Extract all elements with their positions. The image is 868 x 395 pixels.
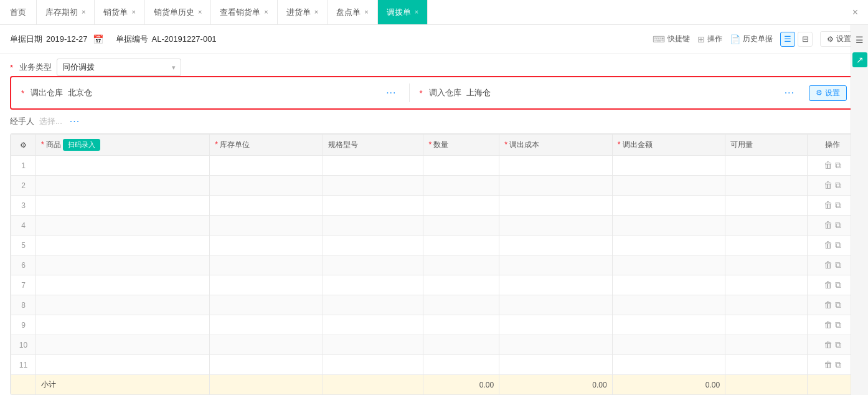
gear-icon[interactable]: ⚙ (20, 141, 27, 150)
tab-close-transfer[interactable]: × (415, 9, 418, 16)
out-warehouse-value: 北京仓 (68, 87, 92, 98)
delete-icon-2[interactable]: 🗑 (824, 180, 833, 190)
product-cell-8[interactable] (36, 295, 210, 315)
doc-no-value: AL-20191227-001 (152, 34, 217, 44)
spec-cell-11 (323, 355, 423, 375)
tab-close-view-sales[interactable]: × (264, 9, 268, 16)
col-gear: ⚙ (11, 135, 36, 156)
copy-icon-2[interactable]: ⧉ (835, 180, 841, 190)
tab-sales-order[interactable]: 销货单 × (95, 0, 144, 24)
tab-inventory-check[interactable]: 盘点单 × (328, 0, 377, 24)
product-cell-3[interactable] (36, 196, 210, 216)
col-action: 操作 (808, 135, 857, 156)
available-cell-11 (725, 355, 808, 375)
form-header-left: 单据日期 2019-12-27 📅 单据编号 AL-20191227-001 (10, 34, 217, 45)
row-num-6: 6 (11, 255, 36, 275)
form-header: 单据日期 2019-12-27 📅 单据编号 AL-20191227-001 ⌨… (0, 25, 868, 54)
window-close-button[interactable]: × (847, 4, 863, 21)
table-row: 5🗑⧉ (11, 236, 857, 255)
action-col-3: 🗑⧉ (808, 196, 857, 216)
tab-close-inventory-init[interactable]: × (82, 9, 85, 16)
delete-icon-10[interactable]: 🗑 (824, 340, 833, 350)
business-type-select[interactable]: 同价调拨 ▾ (57, 59, 181, 76)
required-mark-in: * (420, 88, 423, 98)
tab-home[interactable]: 首页 (0, 0, 37, 24)
calendar-icon[interactable]: 📅 (93, 34, 103, 44)
delete-icon-4[interactable]: 🗑 (824, 220, 833, 230)
action-col-2: 🗑⧉ (808, 176, 857, 196)
amount-cell-7 (612, 275, 725, 295)
product-cell-4[interactable] (36, 216, 210, 236)
handler-dots-button[interactable]: ··· (67, 116, 82, 127)
product-cell-1[interactable] (36, 156, 210, 176)
row-num-10: 10 (11, 335, 36, 355)
tab-view-sales[interactable]: 查看销货单 × (211, 0, 277, 24)
copy-icon-7[interactable]: ⧉ (835, 280, 841, 290)
delete-icon-7[interactable]: 🗑 (824, 280, 833, 290)
sidebar-export-icon[interactable]: ↗ (852, 52, 867, 67)
delete-icon-9[interactable]: 🗑 (824, 320, 833, 330)
in-warehouse-dots-button[interactable]: ··· (782, 87, 797, 98)
tab-transfer[interactable]: 调拨单 × (378, 0, 428, 24)
layout-list-icon[interactable]: ☰ (780, 32, 795, 47)
product-cell-7[interactable] (36, 275, 210, 295)
unit-cell-11 (210, 355, 323, 375)
scan-button[interactable]: 扫码录入 (63, 139, 100, 151)
tab-close-inventory-check[interactable]: × (364, 9, 368, 16)
product-cell-5[interactable] (36, 236, 210, 255)
copy-icon-10[interactable]: ⧉ (835, 340, 841, 350)
spec-cell-2 (323, 176, 423, 196)
available-cell-4 (725, 216, 808, 236)
subtotal-action-col (808, 375, 857, 395)
out-warehouse-dots-button[interactable]: ··· (384, 87, 399, 98)
handler-input[interactable]: 选择... (39, 116, 62, 127)
copy-icon-5[interactable]: ⧉ (835, 240, 841, 250)
product-cell-2[interactable] (36, 176, 210, 196)
history-icon: 📄 (730, 34, 740, 44)
copy-icon-11[interactable]: ⧉ (835, 359, 841, 369)
delete-icon-1[interactable]: 🗑 (824, 160, 833, 170)
business-type-row: * 业务类型 同价调拨 ▾ (0, 54, 868, 76)
doc-no-label: 单据编号 (116, 34, 148, 45)
unit-cell-2 (210, 176, 323, 196)
action-col-5: 🗑⧉ (808, 236, 857, 255)
sidebar-list-icon[interactable]: ☰ (852, 32, 867, 47)
tab-sales-history[interactable]: 销货单历史 × (145, 0, 211, 24)
row-num-11: 11 (11, 355, 36, 375)
product-cell-10[interactable] (36, 335, 210, 355)
amount-cell-9 (612, 315, 725, 335)
delete-icon-11[interactable]: 🗑 (824, 359, 833, 369)
copy-icon-8[interactable]: ⧉ (835, 300, 841, 310)
copy-icon-3[interactable]: ⧉ (835, 200, 841, 210)
delete-icon-5[interactable]: 🗑 (824, 240, 833, 250)
copy-icon-9[interactable]: ⧉ (835, 320, 841, 330)
delete-icon-3[interactable]: 🗑 (824, 200, 833, 210)
available-cell-6 (725, 255, 808, 275)
operate-icon: ⊞ (697, 34, 705, 44)
delete-icon-6[interactable]: 🗑 (824, 260, 833, 270)
product-cell-9[interactable] (36, 315, 210, 335)
product-cell-11[interactable] (36, 355, 210, 375)
col-amount: * 调出金额 (612, 135, 725, 156)
tab-close-purchase-order[interactable]: × (314, 9, 318, 16)
history-action[interactable]: 📄 历史单据 (730, 34, 773, 44)
copy-icon-4[interactable]: ⧉ (835, 220, 841, 230)
business-type-label: 业务类型 (19, 62, 52, 73)
copy-icon-6[interactable]: ⧉ (835, 260, 841, 270)
tab-close-sales-order[interactable]: × (131, 9, 135, 16)
unit-cell-3 (210, 196, 323, 216)
tab-close-sales-history[interactable]: × (198, 9, 202, 16)
tab-purchase-order[interactable]: 进货单 × (278, 0, 328, 24)
copy-icon-1[interactable]: ⧉ (835, 160, 841, 170)
shortcut-action[interactable]: ⌨ 快捷键 (653, 34, 690, 44)
layout-grid-icon[interactable]: ⊟ (798, 32, 813, 47)
warehouse-settings-button[interactable]: ⚙ 设置 (809, 85, 847, 101)
product-cell-6[interactable] (36, 255, 210, 275)
tab-inventory-init[interactable]: 库存期初 × (37, 0, 95, 24)
operate-action[interactable]: ⊞ 操作 (697, 34, 722, 44)
available-cell-5 (725, 236, 808, 255)
cost-cell-7 (499, 275, 613, 295)
business-type-section: * 业务类型 同价调拨 ▾ (10, 59, 181, 76)
in-warehouse-field: * 调入仓库 上海仓 ··· (420, 87, 798, 98)
delete-icon-8[interactable]: 🗑 (824, 300, 833, 310)
